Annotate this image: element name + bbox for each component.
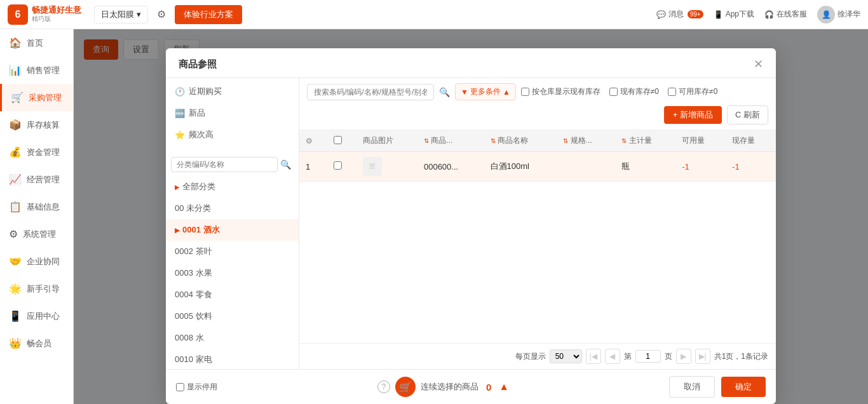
- app-download-btn[interactable]: 📱 App下载: [714, 9, 754, 20]
- sidebar-item-finance[interactable]: 💰 资金管理: [0, 138, 73, 166]
- show-disabled-checkbox[interactable]: [176, 383, 184, 391]
- product-search-icon[interactable]: 🔍: [439, 87, 450, 97]
- th-name[interactable]: ⇅ 商品名称: [484, 130, 557, 152]
- next-page-btn[interactable]: ▶: [676, 349, 691, 364]
- cat-item-0010[interactable]: 0010 家电: [166, 349, 299, 369]
- row-checkbox-cell: [327, 152, 356, 182]
- sidebar-item-system[interactable]: ⚙ 系统管理: [0, 220, 73, 248]
- username: 徐泽华: [837, 9, 860, 20]
- cancel-button[interactable]: 取消: [669, 376, 715, 398]
- cat-item-0001[interactable]: ▶ 0001 酒水: [166, 219, 299, 241]
- sidebar-item-home[interactable]: 🏠 首页: [0, 29, 73, 57]
- checkbox-available[interactable]: [668, 88, 676, 96]
- checkbox-stock[interactable]: [609, 88, 618, 96]
- cat-item-0004[interactable]: 0004 零食: [166, 284, 299, 306]
- settings-icon[interactable]: ⚙: [152, 5, 171, 24]
- cat-item-all[interactable]: ▶ 全部分类: [166, 176, 299, 198]
- sidebar-item-enterprise[interactable]: 🤝 企业协同: [0, 248, 73, 275]
- messages-btn[interactable]: 💬 消息 99+: [656, 9, 703, 20]
- category-search-icon[interactable]: 🔍: [280, 159, 291, 170]
- th-settings[interactable]: ⚙: [299, 130, 327, 152]
- show-disabled-label[interactable]: 显示停用: [176, 382, 217, 393]
- home-icon: 🏠: [9, 37, 22, 49]
- category-search-input[interactable]: [171, 157, 278, 172]
- recent-items: 🕐 近期购买 🆕 新品 ⭐ 频次高: [166, 78, 299, 148]
- sidebar-label-basic-info: 基础信息: [27, 201, 60, 213]
- cat-label-0005: 0005 饮料: [175, 311, 212, 322]
- cat-label-0010: 0010 家电: [175, 354, 212, 365]
- gear-icon[interactable]: ⚙: [306, 137, 313, 145]
- th-image: 商品图片: [356, 130, 417, 152]
- sidebar-item-sales[interactable]: 📊 销售管理: [0, 57, 73, 84]
- close-icon[interactable]: ✕: [754, 57, 763, 71]
- th-stock: 现存量: [726, 130, 776, 152]
- cat-item-0003[interactable]: 0003 水果: [166, 262, 299, 284]
- cat-item-00[interactable]: 00 未分类: [166, 198, 299, 219]
- checkbox-item-stock[interactable]: 现有库存≠0: [609, 86, 659, 97]
- th-code[interactable]: ⇅ 商品...: [417, 130, 484, 152]
- new-items-item[interactable]: 🆕 新品: [166, 102, 299, 124]
- sidebar-item-purchase[interactable]: 🛒 采购管理: [0, 84, 73, 111]
- clock-icon: 🕐: [175, 87, 185, 97]
- th-available-label: 可用量: [682, 136, 705, 145]
- checkbox-item-warehouse[interactable]: 按仓库显示现有库存: [521, 86, 600, 97]
- last-page-btn[interactable]: ▶|: [695, 349, 710, 364]
- help-icon[interactable]: ?: [377, 380, 390, 393]
- refresh-button[interactable]: C 刷新: [727, 105, 768, 125]
- recent-buy-item[interactable]: 🕐 近期购买: [166, 81, 299, 102]
- left-panel: 🕐 近期购买 🆕 新品 ⭐ 频次高: [166, 78, 299, 369]
- modal-product-reference: 商品参照 ✕ 🕐 近期购买 🆕: [166, 48, 776, 404]
- cat-item-0005[interactable]: 0005 饮料: [166, 306, 299, 327]
- cart-icon[interactable]: 🛒: [395, 377, 416, 397]
- confirm-button[interactable]: 确定: [721, 377, 766, 397]
- product-search-input[interactable]: [307, 84, 434, 100]
- sidebar-label-system: 系统管理: [23, 229, 56, 240]
- avatar: 👤: [817, 6, 835, 24]
- info-icon: 📋: [9, 201, 22, 213]
- sidebar-item-member[interactable]: 👑 畅会员: [0, 330, 73, 357]
- user-area[interactable]: 👤 徐泽华: [817, 6, 860, 24]
- high-freq-item[interactable]: ⭐ 频次高: [166, 124, 299, 145]
- headset-icon: 🎧: [764, 10, 774, 19]
- checkbox-item-available[interactable]: 可用库存≠0: [668, 86, 717, 97]
- sidebar-item-guide[interactable]: 🌟 新手引导: [0, 275, 73, 302]
- collapse-panel-icon[interactable]: 《: [294, 159, 299, 170]
- cat-item-0002[interactable]: 0002 茶叶: [166, 241, 299, 262]
- sidebar-item-app-center[interactable]: 📱 应用中心: [0, 302, 73, 330]
- per-page-select[interactable]: 50 100 200: [550, 349, 582, 363]
- th-spec[interactable]: ⇅ 规格...: [557, 130, 615, 152]
- select-all-checkbox[interactable]: [334, 136, 342, 144]
- filter-icon: ▼: [461, 88, 468, 97]
- sidebar-item-business[interactable]: 📈 经营管理: [0, 166, 73, 193]
- row-spec-cell: [557, 152, 615, 182]
- sidebar-item-inventory[interactable]: 📦 库存核算: [0, 111, 73, 138]
- experience-button[interactable]: 体验行业方案: [175, 5, 242, 24]
- brand-sub: 精巧版: [32, 15, 81, 24]
- message-icon: 💬: [656, 10, 666, 19]
- first-page-btn[interactable]: |◀: [586, 349, 601, 364]
- add-product-button[interactable]: + 新增商品: [664, 106, 722, 124]
- per-page-label: 每页显示: [515, 351, 546, 362]
- sales-icon: 📊: [9, 64, 22, 76]
- cat-label-0002: 0002 茶叶: [175, 246, 212, 257]
- page-number-input[interactable]: [635, 350, 661, 363]
- messages-label: 消息: [668, 9, 684, 20]
- table-row[interactable]: 1 图 000600... 白酒100ml: [299, 152, 776, 182]
- more-conditions-btn[interactable]: ▼ 更多条件 ▲: [455, 83, 516, 100]
- sidebar-item-basic-info[interactable]: 📋 基础信息: [0, 193, 73, 220]
- checkbox-warehouse[interactable]: [521, 88, 529, 96]
- row-unit-cell: 瓶: [615, 152, 675, 182]
- cat-item-0008[interactable]: 0008 水: [166, 327, 299, 349]
- collapse-icon[interactable]: ▲: [499, 381, 509, 393]
- sort-icon-unit: ⇅: [621, 137, 627, 144]
- prev-page-btn[interactable]: ◀: [605, 349, 620, 364]
- th-unit[interactable]: ⇅ 主计量: [615, 130, 675, 152]
- sidebar: 🏠 首页 📊 销售管理 🛒 采购管理 📦 库存核算 💰 资金管理 📈 经营管理 …: [0, 29, 74, 404]
- modal-header: 商品参照 ✕: [166, 48, 776, 78]
- nav-dropdown[interactable]: 日太阳膜 ▾: [94, 6, 148, 24]
- row-name-cell: 白酒100ml: [484, 152, 557, 182]
- online-service-btn[interactable]: 🎧 在线客服: [764, 9, 807, 20]
- row-checkbox[interactable]: [334, 161, 342, 170]
- cat-label-0001: 0001 酒水: [182, 224, 220, 236]
- nav-dropdown-label: 日太阳膜: [101, 9, 134, 20]
